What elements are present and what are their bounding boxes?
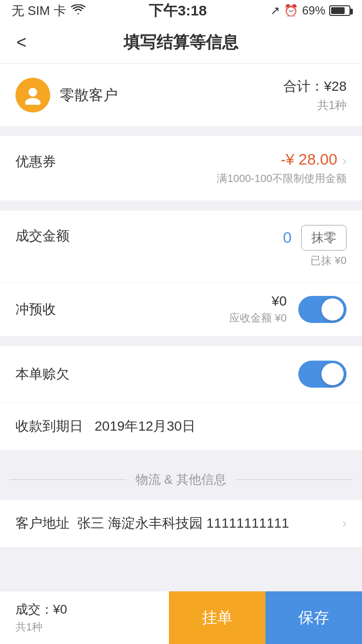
back-button[interactable]: <	[12, 28, 31, 57]
gap-2	[0, 201, 362, 210]
address-value: 张三 海淀永丰科技园 11111111111	[77, 514, 334, 532]
bottom-deal-value: ¥0	[53, 602, 67, 616]
coupon-section: 优惠券 -¥ 28.00 › 满1000-100不限制使用金额	[0, 136, 362, 201]
status-right: ↗ ⏰ 69%	[270, 4, 350, 17]
address-section: 客户地址 张三 海淀永丰科技园 11111111111 ›	[0, 500, 362, 547]
coupon-amount: -¥ 28.00	[280, 151, 337, 168]
prereceive-toggle[interactable]	[298, 296, 347, 323]
prereceive-amounts: ¥0 应收金额 ¥0	[229, 294, 287, 325]
battery-icon	[329, 5, 350, 16]
deal-amount-input[interactable]: 0	[263, 229, 292, 247]
prereceive-sub: 应收金额 ¥0	[229, 311, 287, 325]
due-date-value: 2019年12月30日	[95, 417, 195, 435]
prereceive-right: ¥0 应收金额 ¥0	[229, 294, 347, 325]
bottom-deal-label: 成交：	[15, 602, 53, 616]
debt-label: 本单赊欠	[15, 365, 70, 383]
carrier-text: 无 SIM 卡	[12, 2, 66, 19]
debt-toggle[interactable]	[298, 361, 347, 388]
svg-point-1	[25, 98, 41, 105]
coupon-desc: 满1000-100不限制使用金额	[83, 171, 347, 186]
deal-amount-sub: 已抹 ¥0	[83, 253, 347, 268]
wifi-icon	[71, 3, 85, 18]
hang-button-label: 挂单	[202, 607, 233, 629]
debt-section: 本单赊欠 收款到期日 2019年12月30日	[0, 346, 362, 450]
gap-4	[0, 450, 362, 460]
location-icon: ↗	[270, 4, 280, 17]
toggle-knob	[321, 298, 344, 321]
bottom-buttons: 挂单 保存	[169, 591, 362, 644]
nav-bar: < 填写结算等信息	[0, 21, 362, 64]
debt-row: 本单赊欠	[0, 346, 362, 402]
logistics-label: 物流 & 其他信息	[136, 471, 226, 488]
status-left: 无 SIM 卡	[12, 2, 85, 19]
deal-amount-section: 成交金额 0 抹零 已抹 ¥0 冲预收 ¥0 应收金额 ¥0	[0, 210, 362, 336]
prereceive-label: 冲预收	[15, 300, 56, 319]
avatar	[15, 78, 50, 112]
hang-button[interactable]: 挂单	[169, 591, 265, 644]
round-button[interactable]: 抹零	[301, 225, 347, 251]
gap-3	[0, 336, 362, 346]
logistics-line-right	[236, 479, 352, 480]
customer-left: 零散客户	[15, 78, 118, 112]
prereceive-row: 冲预收 ¥0 应收金额 ¥0	[0, 283, 362, 336]
customer-right: 合计：¥28 共1种	[283, 77, 347, 113]
gap-1	[0, 126, 362, 136]
nav-title: 填写结算等信息	[124, 31, 238, 54]
coupon-chevron: ›	[342, 151, 347, 168]
content: 零散客户 合计：¥28 共1种 优惠券 -¥ 28.00 › 满1000-100…	[0, 64, 362, 644]
coupon-value: -¥ 28.00 › 满1000-100不限制使用金额	[83, 151, 347, 186]
status-time: 下午3:18	[149, 1, 207, 21]
bottom-summary: 成交：¥0 共1种	[0, 601, 169, 634]
address-row[interactable]: 客户地址 张三 海淀永丰科技园 11111111111 ›	[0, 500, 362, 547]
deal-amount-row: 成交金额 0 抹零 已抹 ¥0	[0, 210, 362, 283]
alarm-icon: ⏰	[284, 4, 298, 17]
prereceive-main: ¥0	[229, 294, 287, 309]
due-date-row: 收款到期日 2019年12月30日	[0, 403, 362, 450]
bottom-deal-amount: 成交：¥0	[15, 601, 153, 618]
save-button[interactable]: 保存	[265, 591, 362, 644]
logistics-line-left	[10, 479, 126, 480]
customer-name: 零散客户	[60, 85, 118, 105]
save-button-label: 保存	[298, 607, 329, 629]
coupon-label: 优惠券	[15, 151, 83, 171]
bottom-count: 共1种	[15, 620, 153, 634]
address-chevron-icon: ›	[342, 516, 347, 531]
battery-percent: 69%	[302, 4, 325, 17]
bottom-bar: 成交：¥0 共1种 挂单 保存	[0, 591, 362, 644]
customer-section: 零散客户 合计：¥28 共1种	[0, 64, 362, 126]
deal-amount-value: 0 抹零 已抹 ¥0	[83, 225, 347, 268]
due-date-label: 收款到期日	[15, 417, 83, 435]
total-count: 共1种	[283, 98, 347, 113]
deal-amount-label: 成交金额	[15, 225, 83, 245]
status-bar: 无 SIM 卡 下午3:18 ↗ ⏰ 69%	[0, 0, 362, 21]
svg-point-0	[28, 88, 37, 97]
customer-row: 零散客户 合计：¥28 共1种	[0, 64, 362, 126]
address-label: 客户地址	[15, 514, 70, 532]
total-amount: 合计：¥28	[283, 77, 347, 96]
logistics-header: 物流 & 其他信息	[0, 460, 362, 500]
coupon-row[interactable]: 优惠券 -¥ 28.00 › 满1000-100不限制使用金额	[0, 136, 362, 201]
debt-toggle-knob	[321, 363, 344, 385]
